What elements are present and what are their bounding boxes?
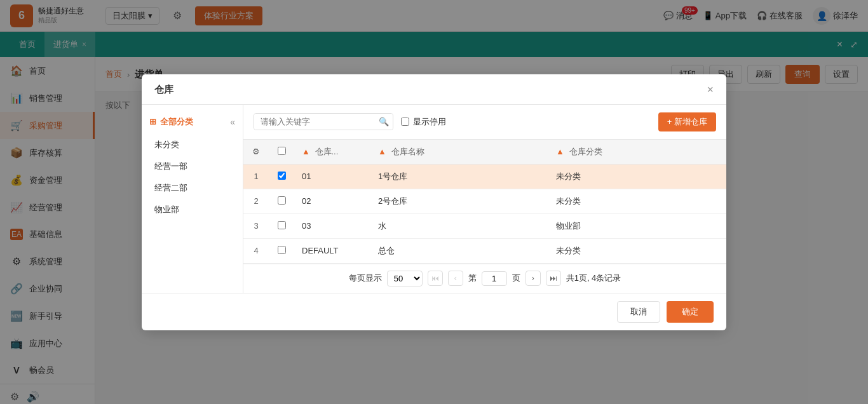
warehouse-modal: 仓库 × ⊞ 全部分类 « 未分类 经营一部: [142, 74, 726, 330]
show-disabled-checkbox[interactable]: [401, 118, 409, 126]
add-warehouse-button[interactable]: + 新增仓库: [658, 112, 716, 131]
row-code-4: DEFAULT: [294, 238, 370, 263]
per-page-label: 每页显示: [349, 273, 382, 284]
th-category-label: 仓库分类: [569, 147, 602, 156]
th-name: ▲ 仓库名称: [370, 140, 548, 165]
row-num-4: 4: [243, 238, 269, 263]
th-code: ▲ 仓库...: [294, 140, 370, 165]
sort-name-icon: ▲: [378, 147, 386, 156]
table-toolbar: 🔍 显示停用 + 新增仓库: [243, 105, 726, 140]
row-category-1: 未分类: [548, 164, 726, 189]
warehouse-table: ⚙ ▲ 仓库... ▲: [243, 140, 726, 264]
category-item-operations2[interactable]: 经营二部: [142, 177, 243, 199]
table-row[interactable]: 1 01 1号仓库 未分类: [243, 164, 726, 189]
row-check-1[interactable]: [278, 172, 286, 180]
row-category-3: 物业部: [548, 213, 726, 238]
modal-footer: 取消 确定: [142, 293, 726, 330]
show-disabled-label[interactable]: 显示停用: [401, 116, 446, 128]
grid-icon: ⊞: [149, 117, 156, 126]
modal-overlay: 仓库 × ⊞ 全部分类 « 未分类 经营一部: [0, 0, 868, 404]
per-page-select[interactable]: 50 10 20 100: [387, 271, 423, 286]
category-ops2-label: 经营二部: [154, 183, 187, 192]
settings-icon: ⚙: [252, 147, 260, 156]
category-collapse-button[interactable]: «: [230, 117, 235, 127]
modal-close-button[interactable]: ×: [707, 83, 714, 97]
pagination-bar: 每页显示 50 10 20 100 ⏮ ‹ 第 页 › ⏭ 共1页, 4条记录: [243, 264, 726, 293]
row-num-3: 3: [243, 213, 269, 238]
category-property-label: 物业部: [154, 205, 179, 214]
row-code-3: 03: [294, 213, 370, 238]
sort-category-icon: ▲: [556, 147, 564, 156]
row-num-1: 1: [243, 164, 269, 189]
search-box: 🔍: [254, 113, 393, 130]
show-disabled-text: 显示停用: [413, 116, 446, 128]
row-check-3[interactable]: [278, 221, 286, 229]
confirm-button[interactable]: 确定: [667, 301, 714, 323]
row-num-2: 2: [243, 189, 269, 213]
prev-page-button[interactable]: ‹: [448, 271, 463, 286]
th-settings: ⚙: [243, 140, 269, 165]
select-all-checkbox[interactable]: [278, 147, 286, 155]
category-ops1-label: 经营一部: [154, 161, 187, 171]
page-label: 第: [468, 273, 477, 284]
page-number-input[interactable]: [482, 271, 507, 286]
data-table: ⚙ ▲ 仓库... ▲: [243, 140, 726, 264]
table-panel: 🔍 显示停用 + 新增仓库 ⚙: [243, 105, 726, 293]
row-checkbox-4[interactable]: [269, 238, 294, 263]
category-item-property[interactable]: 物业部: [142, 199, 243, 220]
modal-title: 仓库: [154, 84, 173, 96]
category-unclassified-label: 未分类: [154, 140, 179, 149]
row-name-1: 1号仓库: [370, 164, 548, 189]
sort-code-icon: ▲: [302, 147, 310, 156]
modal-body: ⊞ 全部分类 « 未分类 经营一部 经营二部 物业部: [142, 105, 726, 293]
row-code-2: 02: [294, 189, 370, 213]
search-input[interactable]: [254, 114, 374, 130]
table-row[interactable]: 2 02 2号仓库 未分类: [243, 189, 726, 213]
table-row[interactable]: 4 DEFAULT 总仓 未分类: [243, 238, 726, 263]
first-page-button[interactable]: ⏮: [428, 271, 443, 286]
category-item-operations1[interactable]: 经营一部: [142, 156, 243, 177]
cancel-button[interactable]: 取消: [617, 301, 660, 323]
category-title: ⊞ 全部分类: [149, 116, 193, 128]
row-check-4[interactable]: [278, 246, 286, 254]
row-checkbox-1[interactable]: [269, 164, 294, 189]
category-title-text: 全部分类: [160, 116, 193, 128]
row-name-2: 2号仓库: [370, 189, 548, 213]
modal-header: 仓库 ×: [142, 74, 726, 105]
category-panel: ⊞ 全部分类 « 未分类 经营一部 经营二部 物业部: [142, 105, 243, 293]
row-check-2[interactable]: [278, 196, 286, 205]
next-page-button[interactable]: ›: [526, 271, 541, 286]
th-category: ▲ 仓库分类: [548, 140, 726, 165]
page-unit: 页: [512, 273, 520, 284]
search-icon[interactable]: 🔍: [374, 114, 393, 130]
row-category-4: 未分类: [548, 238, 726, 263]
table-row[interactable]: 3 03 水 物业部: [243, 213, 726, 238]
row-name-4: 总仓: [370, 238, 548, 263]
table-header-row: ⚙ ▲ 仓库... ▲: [243, 140, 726, 165]
row-checkbox-2[interactable]: [269, 189, 294, 213]
row-name-3: 水: [370, 213, 548, 238]
row-code-1: 01: [294, 164, 370, 189]
total-info: 共1页, 4条记录: [566, 273, 621, 284]
category-header: ⊞ 全部分类 «: [142, 112, 243, 134]
th-code-label: 仓库...: [315, 147, 339, 156]
last-page-button[interactable]: ⏭: [546, 271, 561, 286]
row-category-2: 未分类: [548, 189, 726, 213]
th-checkbox: [269, 140, 294, 165]
category-item-unclassified[interactable]: 未分类: [142, 134, 243, 156]
row-checkbox-3[interactable]: [269, 213, 294, 238]
th-name-label: 仓库名称: [391, 147, 424, 156]
